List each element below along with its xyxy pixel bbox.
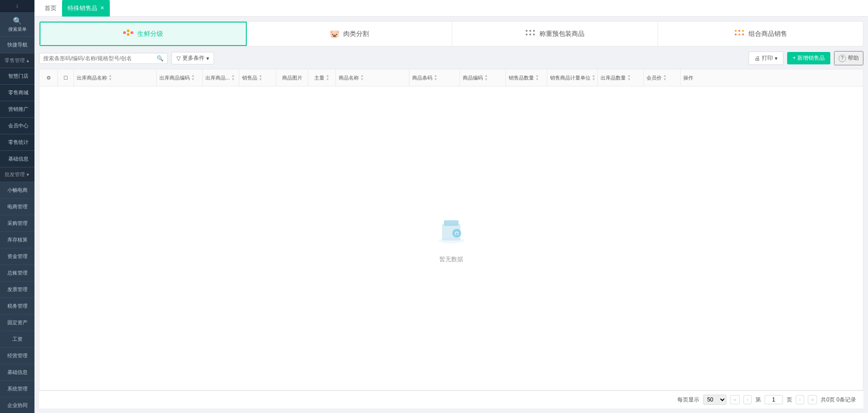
help-icon: ? [839,55,846,62]
tab-home[interactable]: 首页 [39,0,62,17]
sort-arrows-out-spec[interactable]: ▲▼ [231,74,235,81]
svg-point-11 [738,30,740,32]
page-size-select[interactable]: 10 20 50 100 [703,395,726,405]
sidebar-item-retail-mall[interactable]: 零售商城 [0,85,34,101]
sidebar-item-sales-promo[interactable]: 营销推广 [0,101,34,118]
sidebar-item-label: 经营管理 [2,352,32,359]
th-goods-img: 商品图片 [276,69,308,86]
sidebar-item-label: 税务管理 [2,303,32,310]
print-button[interactable]: 🖨 打印 ▾ [749,52,783,65]
sidebar-search-label[interactable]: 搜索菜单 [2,26,32,33]
sidebar-item-invoice-mgmt[interactable]: 发票管理 [0,281,34,298]
sidebar-item-inventory[interactable]: 库存核算 [0,232,34,248]
page-first-button[interactable]: « [730,395,740,404]
sidebar-item-label: 库存核算 [2,236,32,243]
svg-point-13 [735,34,737,35]
sort-arrows-goods-name[interactable]: ▲▼ [360,74,364,81]
sort-arrows-unit[interactable]: ▲▼ [592,74,596,81]
page-prev-button[interactable]: ‹ [743,395,752,404]
sidebar-item-finance[interactable]: 资金管理 [0,248,34,265]
th-sales-goods-label: 销售品 [242,75,257,81]
sort-arrows-member-price[interactable]: ▲▼ [663,74,667,81]
sidebar-item-label: 营销推广 [5,106,32,113]
sidebar-item-retail-stats[interactable]: 零售统计 [0,134,34,151]
cat-tab-meat-cut-label: 肉类分割 [343,30,369,38]
help-label: 帮助 [848,54,859,62]
sort-arrows-goods-code[interactable]: ▲▼ [484,74,488,81]
print-icon: 🖨 [755,55,760,62]
page-unit: 页 [787,396,792,404]
tab-special-sales[interactable]: 特殊销售品 ✕ [62,0,110,17]
sidebar-item-system-mgmt[interactable]: 系统管理 [0,381,34,397]
sort-arrows-main-measure[interactable]: ▲▼ [326,74,329,81]
svg-point-19 [452,229,461,237]
sidebar-item-basic-info[interactable]: 基础信息 [0,151,34,167]
th-sales-qty-label: 销售品数量 [509,75,534,81]
main-content: 首页 特殊销售品 ✕ 生鲜分级 [34,0,868,413]
tab-close-icon[interactable]: ✕ [100,5,104,11]
sidebar-item-biz-mgmt[interactable]: 经营管理 [0,348,34,364]
cat-tab-fresh-grade[interactable]: 生鲜分级 [40,22,247,46]
svg-point-14 [738,34,740,35]
sidebar-item-quick-nav[interactable]: 快捷导航 [0,37,34,53]
sidebar-item-retail-mgmt[interactable]: 零售管理 ▲ [0,53,34,68]
th-main-measure: 主量 ▲▼ [308,69,336,86]
th-member-price: 会员价 ▲▼ [644,69,681,86]
sidebar-item-ecommerce-mgmt[interactable]: 电商管理 [0,199,34,215]
th-check[interactable]: ☐ [58,69,74,86]
search-input[interactable] [43,55,157,62]
sort-arrows-sales-qty[interactable]: ▲▼ [535,74,539,81]
add-sales-button[interactable]: + 新增销售品 [787,52,830,64]
sort-arrows-barcode[interactable]: ▲▼ [434,74,437,81]
page-next-button[interactable]: › [796,395,804,404]
sidebar-item-wholesale-mgmt[interactable]: 批发管理 ▼ [0,167,34,182]
sidebar-item-basic-info2[interactable]: 基础信息 [0,364,34,381]
sidebar-item-smart-store[interactable]: 智慧门店 [0,68,34,85]
filter-icon: ▽ [176,55,181,62]
fresh-grade-icon [123,28,134,40]
sort-arrows-out-name[interactable]: ▲▼ [108,74,112,81]
sidebar-search[interactable]: 🔍 搜索菜单 [0,13,34,37]
sidebar-item-label: 采购管理 [2,220,32,227]
svg-point-15 [742,34,744,35]
cat-tab-weight-prepack[interactable]: 称重预包装商品 [452,22,658,46]
th-settings[interactable]: ⚙ [40,69,58,86]
th-barcode: 商品条码 ▲▼ [409,69,460,86]
filter-button[interactable]: ▽ 更多条件 ▾ [171,52,214,64]
page-container: 生鲜分级 🐷 肉类分割 称重预包装商品 [34,17,868,413]
page-number-input[interactable] [765,395,783,404]
sidebar-item-fixed-assets[interactable]: 固定资产 [0,315,34,331]
add-label: + 新增销售品 [793,54,825,62]
sidebar-item-payroll[interactable]: 工资 [0,331,34,348]
sidebar-logo:  [0,0,34,13]
cat-tab-meat-cut[interactable]: 🐷 肉类分割 [247,22,453,46]
sort-arrows-out-code[interactable]: ▲▼ [191,74,195,81]
print-label: 打印 [762,54,773,62]
search-icon[interactable]: 🔍 [157,55,164,62]
sidebar-item-label: 会员中心 [5,122,32,129]
sidebar-item-general-ledger[interactable]: 总账管理 [0,265,34,281]
sidebar-item-company-agreement[interactable]: 企业协同 [0,397,34,413]
th-out-spec: 出库商品... ▲▼ [203,69,239,86]
data-table: ⚙ ☐ 出库商品名称 ▲▼ 出库商品编码 ▲▼ 出库商品... ▲▼ [39,69,863,390]
th-actions-label: 操作 [683,75,693,81]
th-out-code-label: 出库商品编码 [159,75,190,81]
sidebar-item-tax-mgmt[interactable]: 税务管理 [0,298,34,315]
sort-arrows-out-qty[interactable]: ▲▼ [627,74,631,81]
th-out-name: 出库商品名称 ▲▼ [74,69,157,86]
th-out-qty-label: 出库品数量 [601,75,626,81]
sort-arrows-sales-goods[interactable]: ▲▼ [259,74,262,81]
checkbox-icon[interactable]: ☐ [63,75,68,81]
help-button[interactable]: ? 帮助 [834,51,863,65]
page-last-button[interactable]: » [808,395,817,404]
svg-point-10 [735,30,737,32]
th-goods-code-label: 商品编码 [463,75,483,81]
page-size-label: 每页显示 [677,396,699,404]
sidebar-item-purchase-mgmt[interactable]: 采购管理 [0,215,34,232]
cat-tab-combo-sales[interactable]: 组合商品销售 [658,22,863,46]
sidebar-item-member-center[interactable]: 会员中心 [0,118,34,134]
sidebar-item-mini-ecommerce[interactable]: 小畅电商 [0,182,34,199]
top-bar: 首页 特殊销售品 ✕ [34,0,868,17]
sidebar-item-label: 系统管理 [2,385,32,392]
settings-gear-icon[interactable]: ⚙ [46,75,51,81]
